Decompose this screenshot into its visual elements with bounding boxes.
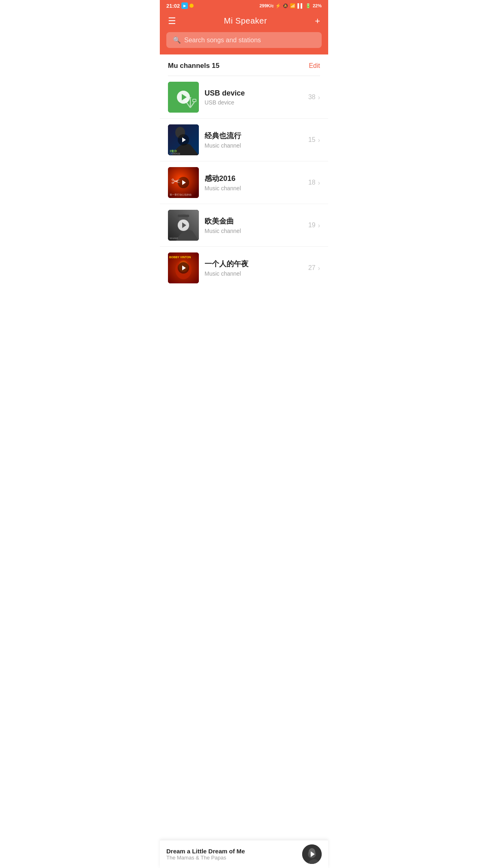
channel-item[interactable]: USB device USB device 38 › bbox=[160, 76, 328, 119]
channel-count: 19 bbox=[308, 222, 316, 229]
add-button[interactable]: + bbox=[315, 17, 320, 26]
search-placeholder: Search songs and stations bbox=[184, 37, 261, 44]
play-icon bbox=[182, 265, 186, 270]
play-circle-overlay bbox=[178, 220, 189, 231]
play-overlay bbox=[168, 210, 199, 241]
channel-meta: 38 › bbox=[308, 94, 320, 101]
header-title: Mi Speaker bbox=[224, 16, 267, 26]
channel-type: Music channel bbox=[205, 228, 303, 234]
channels-title: Mu channels 15 bbox=[168, 62, 220, 70]
signal-icon: ▌▌ bbox=[297, 3, 304, 8]
channel-meta: 27 › bbox=[308, 264, 320, 272]
play-triangle-icon bbox=[182, 94, 187, 100]
status-right: 299K/c ⚡ 🔕 📶 ▌▌ 🔋 22% bbox=[259, 3, 322, 9]
app-header: ☰ Mi Speaker + bbox=[160, 11, 328, 32]
mute-icon: 🔕 bbox=[283, 3, 288, 9]
status-time: 21:02 bbox=[166, 3, 180, 9]
wifi-icon: 📶 bbox=[290, 3, 296, 9]
channel-info: 经典也流行 Music channel bbox=[205, 131, 303, 149]
channel-type: USB device bbox=[205, 99, 303, 106]
channel-count: 15 bbox=[308, 136, 316, 144]
search-section: 🔍 Search songs and stations bbox=[160, 32, 328, 54]
play-circle-overlay bbox=[178, 177, 189, 188]
channel-name: USB device bbox=[205, 89, 303, 98]
yige-thumbnail: BOBBY VINTON bbox=[168, 252, 199, 283]
play-overlay bbox=[168, 124, 199, 155]
chevron-right-icon: › bbox=[318, 222, 320, 229]
channel-meta: 15 › bbox=[308, 136, 320, 144]
channel-item[interactable]: ✂ 第一章打动心弦的信 感动2016 Music channel 18 › bbox=[160, 161, 328, 204]
channel-type: Music channel bbox=[205, 185, 303, 191]
play-icon bbox=[182, 222, 186, 228]
battery-icon: 🔋 bbox=[305, 3, 311, 9]
oumei-thumbnail: WHAM! bbox=[168, 210, 199, 241]
channel-info: 一个人的午夜 Music channel bbox=[205, 259, 303, 277]
channel-item[interactable]: 3套尔 CARRIAGE 经典也流行 Music channel 15 › bbox=[160, 119, 328, 161]
channel-name: 一个人的午夜 bbox=[205, 259, 303, 269]
channel-info: 感动2016 Music channel bbox=[205, 174, 303, 191]
battery-percent: 22% bbox=[313, 3, 322, 8]
play-icon bbox=[182, 180, 186, 185]
channel-meta: 18 › bbox=[308, 179, 320, 187]
chevron-right-icon: › bbox=[318, 179, 320, 187]
play-circle-overlay bbox=[178, 134, 189, 146]
channel-item[interactable]: BOBBY VINTON 一个人的午夜 Music channel 27 › bbox=[160, 247, 328, 289]
main-content: Mu channels 15 Edit USB device bbox=[160, 54, 328, 322]
channel-meta: 19 › bbox=[308, 222, 320, 229]
chevron-right-icon: › bbox=[318, 265, 320, 272]
play-overlay bbox=[168, 167, 199, 198]
play-circle-overlay bbox=[178, 262, 189, 274]
svg-rect-4 bbox=[193, 99, 196, 102]
edit-button[interactable]: Edit bbox=[309, 62, 320, 70]
yellow-indicator bbox=[190, 4, 194, 8]
status-bar: 21:02 ▶ 299K/c ⚡ 🔕 📶 ▌▌ 🔋 22% bbox=[160, 0, 328, 11]
search-icon: 🔍 bbox=[173, 36, 181, 44]
bluetooth-icon: ⚡ bbox=[275, 3, 281, 9]
play-icon bbox=[182, 137, 186, 142]
channels-section-header: Mu channels 15 Edit bbox=[160, 54, 328, 76]
gandong-thumbnail: ✂ 第一章打动心弦的信 bbox=[168, 167, 199, 198]
channel-type: Music channel bbox=[205, 270, 303, 277]
channel-info: 欧美金曲 Music channel bbox=[205, 216, 303, 234]
channel-count: 27 bbox=[308, 264, 316, 272]
menu-button[interactable]: ☰ bbox=[168, 17, 176, 26]
chevron-right-icon: › bbox=[318, 94, 320, 101]
channel-type: Music channel bbox=[205, 142, 303, 149]
status-left: 21:02 ▶ bbox=[166, 2, 194, 9]
channel-count: 38 bbox=[308, 94, 316, 101]
channel-name: 感动2016 bbox=[205, 174, 303, 183]
channel-item[interactable]: WHAM! 欧美金曲 Music channel 19 › bbox=[160, 204, 328, 247]
play-circle bbox=[177, 91, 190, 104]
play-overlay bbox=[168, 252, 199, 283]
channel-info: USB device USB device bbox=[205, 89, 303, 106]
svg-line-2 bbox=[190, 102, 194, 108]
chevron-right-icon: › bbox=[318, 137, 320, 144]
jingdian-thumbnail: 3套尔 CARRIAGE bbox=[168, 124, 199, 155]
channel-name: 欧美金曲 bbox=[205, 216, 303, 226]
channel-name: 经典也流行 bbox=[205, 131, 303, 141]
network-speed: 299K/c bbox=[259, 3, 274, 8]
usb-thumbnail bbox=[168, 82, 199, 113]
channel-count: 18 bbox=[308, 179, 316, 186]
play-app-icon: ▶ bbox=[181, 2, 188, 9]
svg-line-1 bbox=[186, 102, 190, 108]
search-bar[interactable]: 🔍 Search songs and stations bbox=[166, 32, 322, 48]
